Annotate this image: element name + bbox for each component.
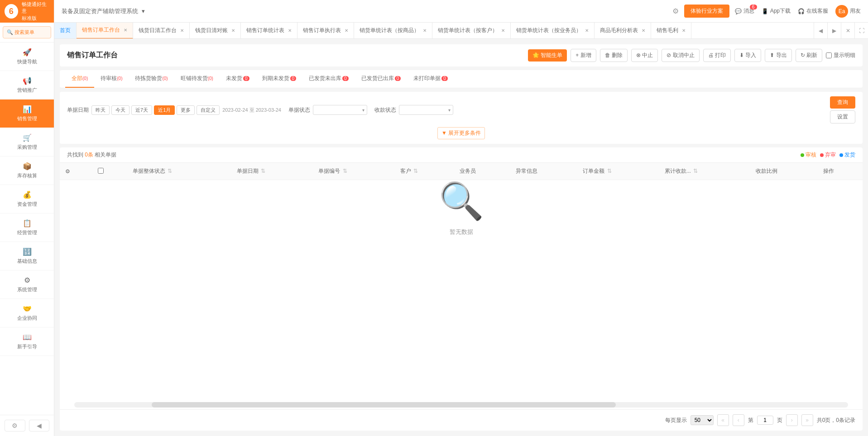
column-checkbox[interactable] <box>92 163 127 180</box>
user-menu-button[interactable]: Ea 用友 <box>835 5 861 18</box>
filter-setting-button[interactable]: 设置 <box>830 110 855 123</box>
add-button[interactable]: + 新增 <box>571 49 596 62</box>
close-tab-sales-stat-staff[interactable]: ✕ <box>585 28 589 33</box>
sort-icon-status[interactable]: ⇅ <box>168 168 172 174</box>
message-button[interactable]: 💬 消息 6 <box>735 7 754 15</box>
tab-nav-prev[interactable]: ◀ <box>814 23 827 39</box>
sort-icon-amount[interactable]: ⇅ <box>607 168 612 174</box>
sub-tab-expired-not-shipped[interactable]: 到期未发货0 <box>256 70 303 88</box>
expand-filter-button[interactable]: ▼ 展开更多条件 <box>437 127 485 139</box>
sort-icon-customer[interactable]: ⇅ <box>413 168 418 174</box>
tab-sales-workbench[interactable]: 销售订单工作台 ✕ <box>77 23 133 39</box>
tab-sales-exec[interactable]: 销售订单执行表 ✕ <box>297 23 354 39</box>
tab-sales-stat-customer[interactable]: 销货单统计表（按客户） ✕ <box>432 23 511 39</box>
sidebar-item-operation[interactable]: 📋 经营管理 <box>0 213 54 242</box>
date-btn-7days[interactable]: 近7天 <box>131 105 152 115</box>
tab-cash-reconcile[interactable]: 钱货日清对账 ✕ <box>190 23 241 39</box>
close-tab-sales-gross[interactable]: ✕ <box>682 28 686 33</box>
table-scroll-container[interactable]: ⚙ 单据整体状态 ⇅ 单据日期 ⇅ 单据编号 ⇅ 客户 ⇅ 业务员 异常信息 订… <box>60 163 863 400</box>
tab-home[interactable]: 首页 <box>54 23 77 39</box>
tab-sales-stat-staff[interactable]: 销货单统计表（按业务员） ✕ <box>511 23 595 39</box>
close-tab-sales-stat[interactable]: ✕ <box>288 28 292 33</box>
tab-maximize[interactable]: ⛶ <box>854 23 868 39</box>
payment-select[interactable] <box>399 105 453 115</box>
sort-icon-date[interactable]: ⇅ <box>261 168 265 174</box>
last-page-button[interactable]: » <box>801 414 813 426</box>
sidebar-item-purchase[interactable]: 🛒 采购管理 <box>0 128 54 156</box>
date-btn-custom[interactable]: 自定义 <box>197 105 220 115</box>
industry-solution-button[interactable]: 体验行业方案 <box>684 5 729 18</box>
sidebar-item-system[interactable]: ⚙ 系统管理 <box>0 270 54 299</box>
sidebar: 6 畅捷通好生意 标准版 🔍 搜索菜单 🚀 快捷导航 📢 营销推广 📊 销售管理… <box>0 0 54 436</box>
sidebar-item-finance[interactable]: 💰 资金管理 <box>0 185 54 213</box>
sub-tab-shipped-not-out[interactable]: 已发货未出库0 <box>302 70 355 88</box>
tab-nav-next[interactable]: ▶ <box>827 23 841 39</box>
close-tab-sales-workbench[interactable]: ✕ <box>124 28 127 33</box>
tab-cash-daily[interactable]: 钱货日清工作台 ✕ <box>133 23 190 39</box>
date-btn-1month[interactable]: 近1月 <box>154 105 175 115</box>
current-page-input[interactable] <box>757 416 773 425</box>
settings-bottom-button[interactable]: ⚙ <box>5 420 25 431</box>
close-tab-cash-daily[interactable]: ✕ <box>180 28 184 33</box>
enterprise-icon: 🤝 <box>23 304 32 313</box>
tab-sales-stat[interactable]: 销售订单统计表 ✕ <box>241 23 297 39</box>
cancel-stop-button[interactable]: ⊘ 取消中止 <box>662 49 699 62</box>
sidebar-item-inventory[interactable]: 📦 库存核算 <box>0 156 54 185</box>
select-all-checkbox[interactable] <box>98 168 104 174</box>
page-size-select[interactable]: 50 100 200 <box>691 415 714 425</box>
settings-icon[interactable]: ⚙ <box>672 7 679 15</box>
column-settings[interactable]: ⚙ <box>60 163 92 180</box>
sidebar-item-quick-nav[interactable]: 🚀 快捷导航 <box>0 43 54 71</box>
delete-button[interactable]: 🗑 删除 <box>600 49 628 62</box>
collapse-sidebar-button[interactable]: ◀ <box>29 420 50 431</box>
stop-button[interactable]: ⊗ 中止 <box>631 49 658 62</box>
close-tab-sales-exec[interactable]: ✕ <box>345 28 348 33</box>
review-batch-button[interactable]: 审核 <box>801 151 816 159</box>
next-page-button[interactable]: › <box>786 414 798 426</box>
close-tab-sales-stat-product[interactable]: ✕ <box>423 28 427 33</box>
scrollbar-thumb[interactable] <box>152 402 616 408</box>
tab-sales-gross[interactable]: 销售毛利 ✕ <box>651 23 691 39</box>
export-button[interactable]: ⬆ 导出 <box>765 49 791 62</box>
sub-tab-wangpu[interactable]: 旺铺待发货(0) <box>174 70 220 88</box>
ship-batch-button[interactable]: 发货 <box>839 151 855 159</box>
first-page-button[interactable]: « <box>717 414 729 426</box>
sidebar-item-guide[interactable]: 📖 新手引导 <box>0 327 54 356</box>
date-btn-more[interactable]: 更多 <box>177 105 195 115</box>
search-menu-button[interactable]: 🔍 搜索菜单 <box>3 26 51 38</box>
sub-tab-all[interactable]: 全部(0) <box>65 70 94 88</box>
show-detail-checkbox[interactable] <box>826 52 832 58</box>
online-service-button[interactable]: 🎧 在线客服 <box>798 7 828 15</box>
tab-gross-profit[interactable]: 商品毛利分析表 ✕ <box>595 23 651 39</box>
search-button[interactable]: 查询 <box>830 96 855 109</box>
print-button[interactable]: 🖨 打印 <box>703 49 731 62</box>
sub-tab-pending-inspect[interactable]: 待拣货验货(0) <box>129 70 174 88</box>
sort-icon-accumulated[interactable]: ⇅ <box>693 168 698 174</box>
sidebar-item-sales[interactable]: 📊 销售管理 <box>0 100 54 128</box>
sidebar-item-basic[interactable]: 🔢 基础信息 <box>0 242 54 270</box>
import-button[interactable]: ⬇ 导入 <box>734 49 761 62</box>
sub-tab-not-printed[interactable]: 未打印单据0 <box>407 70 454 88</box>
sub-tab-pending-review[interactable]: 待审核(0) <box>94 70 129 88</box>
date-btn-yesterday[interactable]: 昨天 <box>91 105 110 115</box>
smart-create-button[interactable]: 🌟 智能生单 <box>528 49 567 62</box>
sub-tab-not-shipped[interactable]: 未发货0 <box>220 70 256 88</box>
sidebar-item-marketing[interactable]: 📢 营销推广 <box>0 71 54 100</box>
title-dropdown-arrow[interactable]: ▾ <box>142 8 145 14</box>
show-detail-checkbox-label[interactable]: 显示明细 <box>826 52 855 59</box>
close-tab-sales-stat-customer[interactable]: ✕ <box>501 28 505 33</box>
tab-close-all[interactable]: ✕ <box>841 23 854 39</box>
prev-page-button[interactable]: ‹ <box>733 414 744 426</box>
close-tab-cash-reconcile[interactable]: ✕ <box>231 28 235 33</box>
app-download-button[interactable]: 📱 App下载 <box>762 7 791 15</box>
tab-sales-stat-product[interactable]: 销货单统计表（按商品） ✕ <box>354 23 432 39</box>
close-tab-gross-profit[interactable]: ✕ <box>642 28 645 33</box>
cancel-review-batch-button[interactable]: 弃审 <box>820 151 836 159</box>
date-btn-today[interactable]: 今天 <box>111 105 129 115</box>
horizontal-scrollbar[interactable] <box>74 402 848 408</box>
sort-icon-number[interactable]: ⇅ <box>343 168 347 174</box>
status-select[interactable] <box>313 105 367 115</box>
sidebar-item-enterprise[interactable]: 🤝 企业协同 <box>0 299 54 327</box>
sub-tab-shipped-out[interactable]: 已发货已出库0 <box>355 70 408 88</box>
refresh-button[interactable]: ↻ 刷新 <box>796 49 822 62</box>
